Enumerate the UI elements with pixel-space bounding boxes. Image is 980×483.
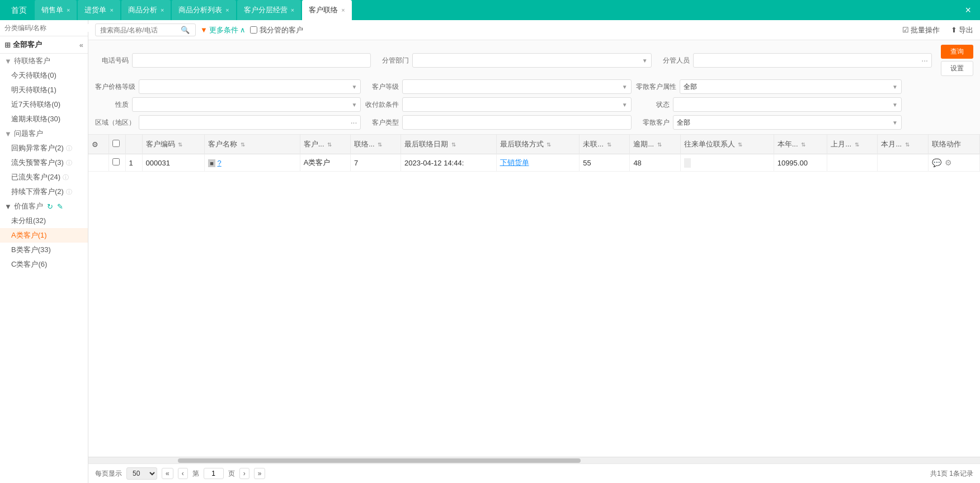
nav-tab-customer-segment[interactable]: 客户分层经营 × bbox=[237, 0, 301, 20]
per-page-select[interactable]: 50 100 200 bbox=[126, 467, 157, 480]
sidebar-section-pending[interactable]: ▼ 待联络客户 bbox=[0, 54, 88, 68]
region-dots-icon[interactable]: ··· bbox=[351, 118, 357, 127]
person-input[interactable] bbox=[697, 56, 922, 64]
nav-tab-analysis-close[interactable]: × bbox=[161, 0, 164, 20]
nav-home[interactable]: 首页 bbox=[4, 0, 34, 20]
prev-page-button[interactable]: ‹ bbox=[178, 468, 188, 479]
scroll-thumb[interactable] bbox=[178, 458, 581, 463]
sidebar-item-c-class[interactable]: C类客户(6) bbox=[0, 257, 88, 272]
more-action-icon[interactable]: ⚙ bbox=[945, 158, 952, 167]
row-name-text[interactable]: ? bbox=[217, 159, 221, 167]
row-checkbox[interactable] bbox=[112, 158, 120, 165]
col-this-year-label: 本年... bbox=[778, 140, 798, 148]
nav-tab-customer-contact-close[interactable]: × bbox=[341, 0, 345, 20]
filter-select-status[interactable]: ▼ bbox=[673, 97, 902, 112]
nav-tab-analysis-list-close[interactable]: × bbox=[225, 0, 229, 20]
export-icon: ⬆ bbox=[951, 26, 957, 34]
col-action: 联络动作 bbox=[928, 135, 979, 154]
sort-code-icon[interactable]: ⇅ bbox=[178, 141, 182, 148]
sidebar-item-7days[interactable]: 近7天待联络(0) bbox=[0, 97, 88, 112]
filter-input-person[interactable]: ··· bbox=[693, 53, 932, 68]
filter-input-customer-type[interactable] bbox=[402, 115, 631, 130]
nav-tab-purchase[interactable]: 进货单 × bbox=[78, 0, 120, 20]
filter-search-icon[interactable]: 🔍 bbox=[181, 26, 190, 34]
nav-tab-purchase-close[interactable]: × bbox=[110, 0, 113, 20]
sidebar-item-tomorrow[interactable]: 明天待联络(1) bbox=[0, 83, 88, 97]
select-all-checkbox[interactable] bbox=[112, 140, 120, 147]
col-settings: ⚙ bbox=[88, 135, 109, 154]
first-page-button[interactable]: « bbox=[162, 468, 173, 479]
filter-select-retail-customer[interactable]: 全部 ▼ bbox=[673, 115, 902, 130]
next-page-button[interactable]: › bbox=[239, 468, 249, 479]
page-number-input[interactable] bbox=[204, 468, 224, 479]
sidebar-all-customers[interactable]: ⊞ 全部客户 « bbox=[0, 36, 88, 54]
sort-this-year-icon[interactable]: ⇅ bbox=[801, 141, 805, 148]
search-button[interactable]: 查询 bbox=[941, 45, 973, 59]
filter-select-customer-level[interactable]: ▼ bbox=[402, 79, 631, 94]
filter-my-customers: 我分管的客户 bbox=[250, 25, 303, 35]
col-not-linked: 未联... ⇅ bbox=[579, 135, 630, 154]
filter-input-region[interactable]: ··· bbox=[139, 115, 361, 130]
sidebar-item-declining-label: 持续下滑客户(2) bbox=[11, 187, 64, 197]
sort-company-contacts-icon[interactable]: ⇅ bbox=[738, 141, 742, 148]
col-action-label: 联络动作 bbox=[932, 140, 961, 148]
last-page-button[interactable]: » bbox=[254, 468, 266, 479]
filter-select-dept[interactable]: ▼ bbox=[412, 53, 651, 68]
nav-tab-sales-close[interactable]: × bbox=[67, 0, 70, 20]
nav-tab-customer-contact[interactable]: 客户联络 × bbox=[302, 0, 351, 20]
filter-select-payment[interactable]: ▼ bbox=[402, 97, 631, 112]
customer-type-input[interactable] bbox=[406, 119, 627, 126]
settings-gear-icon[interactable]: ⚙ bbox=[92, 140, 98, 149]
sidebar-section-problem[interactable]: ▼ 问题客户 bbox=[0, 126, 88, 141]
sidebar: 🔍 ⊞ 全部客户 « ▼ 待联络客户 今天待联络(0) 明天待联络(1) 近7天… bbox=[0, 20, 88, 483]
sidebar-item-today[interactable]: 今天待联络(0) bbox=[0, 68, 88, 83]
chat-icon[interactable]: 💬 bbox=[932, 158, 941, 167]
person-dots-icon[interactable]: ··· bbox=[921, 56, 928, 65]
filter-select-price-level[interactable]: ▼ bbox=[139, 79, 361, 94]
export-button[interactable]: ⬆ 导出 bbox=[951, 25, 973, 35]
sort-last-month-icon[interactable]: ⇅ bbox=[855, 141, 859, 148]
nav-tab-sales[interactable]: 销售单 × bbox=[35, 0, 77, 20]
sidebar-item-declining[interactable]: 持续下滑客户(2) ⓘ bbox=[0, 184, 88, 199]
filter-select-retail-attr[interactable]: 全部 ▼ bbox=[680, 79, 902, 94]
sidebar-item-ungrouped-label: 未分组(32) bbox=[11, 216, 46, 226]
settings-button[interactable]: 设置 bbox=[941, 61, 973, 76]
sort-contacts-icon[interactable]: ⇅ bbox=[378, 141, 382, 148]
sidebar-item-overdue[interactable]: 逾期未联络(30) bbox=[0, 112, 88, 126]
region-input[interactable] bbox=[143, 119, 351, 126]
filter-search-input[interactable] bbox=[100, 26, 178, 34]
filter-select-nature[interactable]: ▼ bbox=[132, 97, 361, 112]
sort-overdue-icon[interactable]: ⇅ bbox=[657, 141, 662, 148]
filter-input-phone[interactable] bbox=[132, 53, 371, 68]
batch-op-button[interactable]: ☑ 批量操作 bbox=[902, 25, 940, 35]
nav-tab-analysis[interactable]: 商品分析 × bbox=[121, 0, 171, 20]
sidebar-search-input[interactable] bbox=[4, 24, 88, 32]
sidebar-section-value: ▼ 价值客户 ↻ ✎ bbox=[0, 199, 88, 214]
my-customers-checkbox[interactable] bbox=[250, 26, 257, 34]
sort-last-date-icon[interactable]: ⇅ bbox=[451, 141, 456, 148]
window-close-button[interactable]: × bbox=[960, 4, 976, 16]
horizontal-scrollbar[interactable] bbox=[88, 457, 980, 463]
filter-field-status: 状态 ▼ bbox=[636, 97, 902, 112]
sidebar-item-a-class[interactable]: A类客户(1) bbox=[0, 228, 88, 243]
phone-input[interactable] bbox=[136, 56, 367, 64]
filter-more-button[interactable]: ▼ 更多条件 ∧ bbox=[200, 25, 246, 35]
edit-value-icon[interactable]: ✎ bbox=[57, 202, 63, 211]
filter-label-price-level: 客户价格等级 bbox=[95, 82, 135, 92]
filter-field-dept: 分管部门 ▼ bbox=[375, 53, 651, 68]
nav-tab-customer-segment-close[interactable]: × bbox=[291, 0, 294, 20]
sort-this-month-icon[interactable]: ⇅ bbox=[905, 141, 910, 148]
sidebar-item-b-class[interactable]: B类客户(33) bbox=[0, 243, 88, 257]
nav-tab-analysis-list[interactable]: 商品分析列表 × bbox=[172, 0, 235, 20]
sidebar-collapse-button[interactable]: « bbox=[79, 41, 83, 49]
sort-not-linked-icon[interactable]: ⇅ bbox=[607, 141, 611, 148]
sidebar-item-churned[interactable]: 已流失客户(24) ⓘ bbox=[0, 170, 88, 184]
sidebar-item-repurchase-abnormal[interactable]: 回购异常客户(2) ⓘ bbox=[0, 141, 88, 155]
row-last-method-link[interactable]: 下销货单 bbox=[500, 158, 529, 167]
sort-last-method-icon[interactable]: ⇅ bbox=[546, 141, 551, 148]
sort-type-icon[interactable]: ⇅ bbox=[327, 141, 332, 148]
sort-name-icon[interactable]: ⇅ bbox=[241, 141, 245, 148]
sidebar-item-churn-warning[interactable]: 流失预警客户(3) ⓘ bbox=[0, 155, 88, 170]
sidebar-item-ungrouped[interactable]: 未分组(32) bbox=[0, 214, 88, 228]
refresh-icon[interactable]: ↻ bbox=[47, 202, 53, 211]
